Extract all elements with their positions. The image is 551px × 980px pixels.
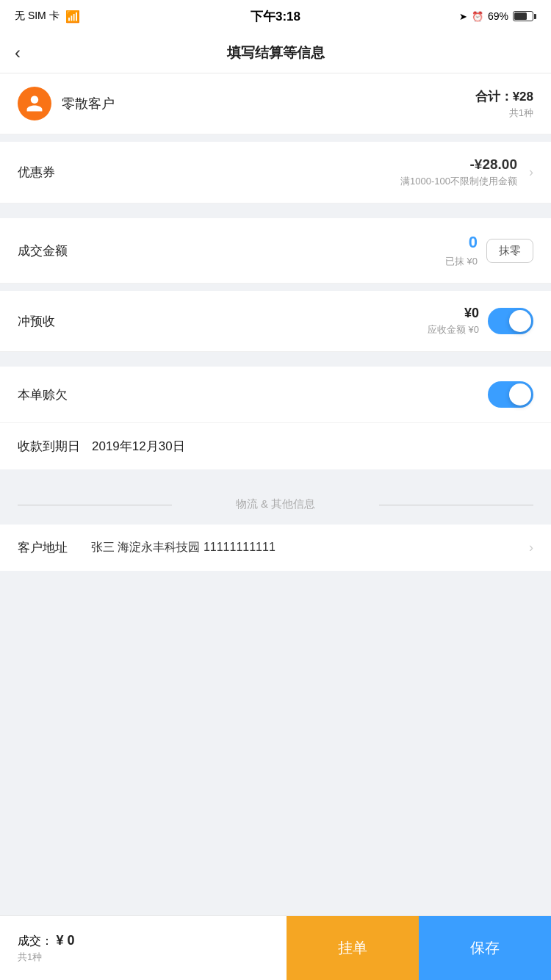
coupon-row[interactable]: 优惠券 -¥28.00 满1000-100不限制使用金额 › — [0, 142, 551, 203]
separator-1 — [0, 211, 551, 218]
status-left: 无 SIM 卡 📶 — [15, 10, 80, 24]
battery-icon — [513, 11, 536, 21]
bottom-deal-count: 共1种 — [18, 951, 269, 964]
hold-button[interactable]: 挂单 — [287, 916, 419, 981]
toggle-knob — [509, 310, 531, 332]
avatar — [18, 87, 51, 120]
customer-left: 零散客户 — [18, 87, 115, 120]
customer-card: 零散客户 合计：¥28 共1种 — [0, 73, 551, 134]
address-row[interactable]: 客户地址 张三 海淀永丰科技园 11111111111 › — [0, 525, 551, 571]
deal-amount-row: 成交金额 已抹 ¥0 抹零 — [0, 218, 551, 284]
sim-label: 无 SIM 卡 — [15, 10, 60, 23]
coupon-label: 优惠券 — [18, 164, 84, 181]
prepayment-row: 冲预收 ¥0 应收金额 ¥0 — [0, 291, 551, 352]
wifi-icon: 📶 — [65, 10, 80, 24]
deal-amount-label: 成交金额 — [18, 242, 84, 259]
prepayment-col: ¥0 应收金额 ¥0 — [428, 306, 479, 336]
address-card: 客户地址 张三 海淀永丰科技园 11111111111 › — [0, 525, 551, 571]
bottom-bar: 成交： ¥ 0 共1种 挂单 保存 — [0, 915, 551, 980]
deal-amount-card: 成交金额 已抹 ¥0 抹零 — [0, 218, 551, 284]
alarm-icon: ⏰ — [472, 11, 483, 22]
due-date-label: 收款到期日 — [18, 438, 80, 455]
address-label: 客户地址 — [18, 539, 76, 556]
save-button[interactable]: 保存 — [419, 916, 551, 981]
coupon-discount: -¥28.00 — [400, 156, 517, 173]
deal-amount-right: 已抹 ¥0 抹零 — [84, 233, 533, 268]
prepayment-amount: ¥0 — [428, 306, 479, 321]
main-content: 零散客户 合计：¥28 共1种 优惠券 -¥28.00 满1000-100不限制… — [0, 73, 551, 652]
status-right: ➤ ⏰ 69% — [459, 10, 536, 22]
section-divider-text: 物流 & 其他信息 — [236, 497, 315, 510]
location-icon: ➤ — [459, 11, 467, 22]
customer-name: 零散客户 — [62, 95, 115, 112]
prepayment-sub: 应收金额 ¥0 — [428, 323, 479, 336]
bottom-deal-label: 成交： — [18, 934, 53, 947]
person-icon — [25, 94, 44, 113]
separator-3 — [0, 477, 551, 484]
bottom-deal-amount: ¥ 0 — [56, 933, 74, 948]
prepayment-toggle[interactable] — [488, 308, 533, 334]
section-divider: 物流 & 其他信息 — [0, 484, 551, 525]
back-button[interactable]: ‹ — [9, 37, 26, 69]
credit-label: 本单赊欠 — [18, 386, 68, 403]
total-count: 共1种 — [475, 107, 533, 120]
battery-percent: 69% — [488, 10, 508, 22]
chevron-right-icon: › — [529, 165, 533, 180]
deal-amount-input[interactable] — [419, 233, 478, 252]
separator-2 — [0, 359, 551, 367]
credit-toggle[interactable] — [488, 381, 533, 408]
prepayment-card: 冲预收 ¥0 应收金额 ¥0 — [0, 291, 551, 352]
round-button[interactable]: 抹零 — [486, 239, 533, 263]
page-title: 填写结算等信息 — [227, 43, 325, 62]
credit-toggle-knob — [509, 383, 531, 406]
credit-row: 本单赊欠 — [0, 367, 551, 423]
prepayment-right: ¥0 应收金额 ¥0 — [84, 306, 533, 336]
coupon-info: -¥28.00 满1000-100不限制使用金额 — [400, 156, 517, 188]
address-value: 张三 海淀永丰科技园 11111111111 — [91, 540, 511, 555]
deal-amount-col: 已抹 ¥0 — [419, 233, 478, 268]
nav-bar: ‹ 填写结算等信息 — [0, 32, 551, 73]
coupon-card: 优惠券 -¥28.00 满1000-100不限制使用金额 › — [0, 142, 551, 203]
customer-row: 零散客户 合计：¥28 共1种 — [0, 73, 551, 134]
credit-card: 本单赊欠 收款到期日 2019年12月30日 — [0, 367, 551, 469]
status-time: 下午3:18 — [251, 8, 300, 25]
status-bar: 无 SIM 卡 📶 下午3:18 ➤ ⏰ 69% — [0, 0, 551, 32]
deal-amount-sub: 已抹 ¥0 — [419, 255, 478, 268]
prepayment-label: 冲预收 — [18, 313, 84, 330]
due-date-value: 2019年12月30日 — [92, 438, 185, 455]
due-date-row: 收款到期日 2019年12月30日 — [0, 423, 551, 469]
coupon-right: -¥28.00 满1000-100不限制使用金额 › — [84, 156, 533, 188]
address-chevron-icon: › — [529, 540, 533, 555]
bottom-info: 成交： ¥ 0 共1种 — [0, 933, 287, 964]
total-amount: 合计：¥28 — [475, 88, 533, 105]
customer-right: 合计：¥28 共1种 — [475, 88, 533, 120]
coupon-desc: 满1000-100不限制使用金额 — [400, 175, 517, 188]
bottom-deal-line: 成交： ¥ 0 — [18, 933, 269, 949]
